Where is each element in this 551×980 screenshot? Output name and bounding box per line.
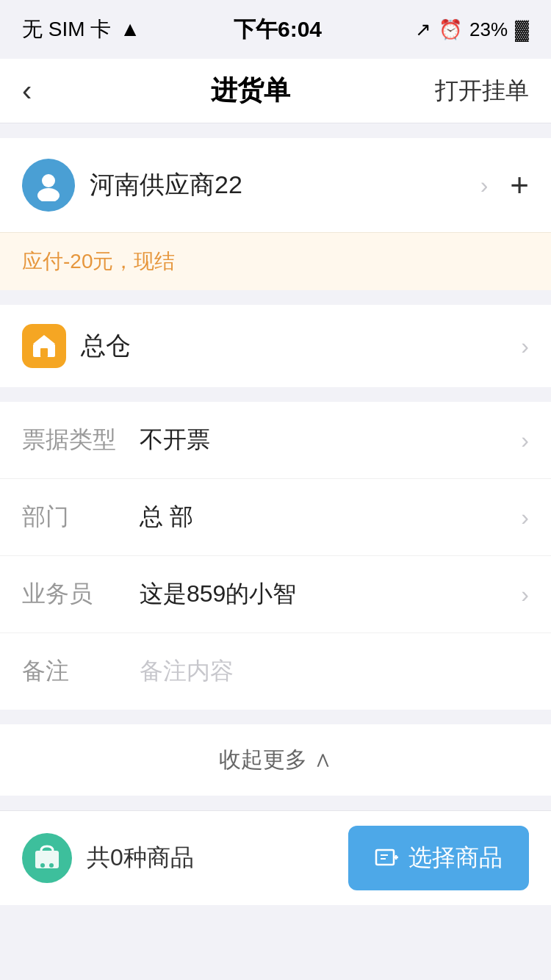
svg-marker-3 [33,335,55,344]
avatar [22,159,75,212]
department-row[interactable]: 部门 总 部 › [0,479,551,556]
status-right: ↗ ⏰ 23% ▓ [415,18,529,41]
invoice-type-label: 票据类型 [22,424,140,456]
invoice-type-value: 不开票 [140,424,521,456]
person-icon [32,169,65,201]
svg-point-7 [49,863,54,868]
warehouse-name: 总仓 [81,329,521,363]
page-title: 进货单 [211,73,290,109]
svg-rect-5 [35,851,59,868]
department-label: 部门 [22,501,140,533]
status-left: 无 SIM 卡 ▲ [22,15,140,43]
select-product-button[interactable]: 选择商品 [348,826,529,890]
warehouse-icon [30,332,58,360]
nav-bar: ‹ 进货单 打开挂单 [0,59,551,123]
supplier-name: 河南供应商22 [90,168,480,202]
select-product-icon [375,846,400,871]
remaining-area [0,905,551,980]
wifi-icon: ▲ [120,18,140,41]
content-area: 河南供应商22 › + 应付-20元，现结 总仓 › 票据类型 不 [0,123,551,980]
cart-icon [32,843,62,873]
carrier-label: 无 SIM 卡 [22,15,111,43]
collapse-card: 收起更多 ∧ [0,724,551,796]
warehouse-icon-bg [22,324,66,368]
open-pending-button[interactable]: 打开挂单 [435,75,529,107]
invoice-type-chevron-icon: › [521,427,529,454]
remark-row[interactable]: 备注 备注内容 [0,633,551,710]
supplier-card: 河南供应商22 › + 应付-20元，现结 [0,138,551,290]
remark-input[interactable]: 备注内容 [140,655,529,688]
svg-point-6 [40,863,45,868]
select-product-label: 选择商品 [408,842,503,874]
svg-point-1 [37,188,60,201]
svg-point-0 [42,174,55,187]
top-divider [0,123,551,138]
invoice-type-row[interactable]: 票据类型 不开票 › [0,402,551,479]
fields-card: 票据类型 不开票 › 部门 总 部 › 业务员 这是859的小智 › 备注 备注… [0,402,551,710]
product-count: 共0种商品 [87,842,348,874]
warehouse-row[interactable]: 总仓 › [0,305,551,387]
warehouse-card[interactable]: 总仓 › [0,305,551,387]
salesperson-chevron-icon: › [521,581,529,608]
supplier-chevron-icon: › [480,172,489,199]
bottom-bar: 共0种商品 选择商品 [0,810,551,905]
supplier-row[interactable]: 河南供应商22 › + [0,138,551,232]
status-time: 下午6:04 [234,15,322,45]
salesperson-label: 业务员 [22,578,140,610]
remark-label: 备注 [22,655,140,688]
notice-text: 应付-20元，现结 [22,250,175,273]
add-button[interactable]: + [510,167,529,203]
location-icon: ↗ [415,18,431,41]
salesperson-row[interactable]: 业务员 这是859的小智 › [0,556,551,633]
svg-rect-8 [376,850,394,865]
department-chevron-icon: › [521,504,529,531]
alarm-icon: ⏰ [439,18,462,41]
status-bar: 无 SIM 卡 ▲ 下午6:04 ↗ ⏰ 23% ▓ [0,0,551,59]
warehouse-chevron-icon: › [521,333,529,360]
salesperson-value: 这是859的小智 [140,578,521,610]
battery-label: 23% [469,18,508,41]
collapse-label: 收起更多 ∧ [219,745,331,775]
collapse-button[interactable]: 收起更多 ∧ [0,724,551,796]
department-value: 总 部 [140,501,521,533]
notice-bar: 应付-20元，现结 [0,232,551,290]
svg-rect-4 [40,348,48,357]
product-icon-bg [22,833,72,883]
back-button[interactable]: ‹ [22,74,66,107]
battery-icon: ▓ [515,18,529,41]
